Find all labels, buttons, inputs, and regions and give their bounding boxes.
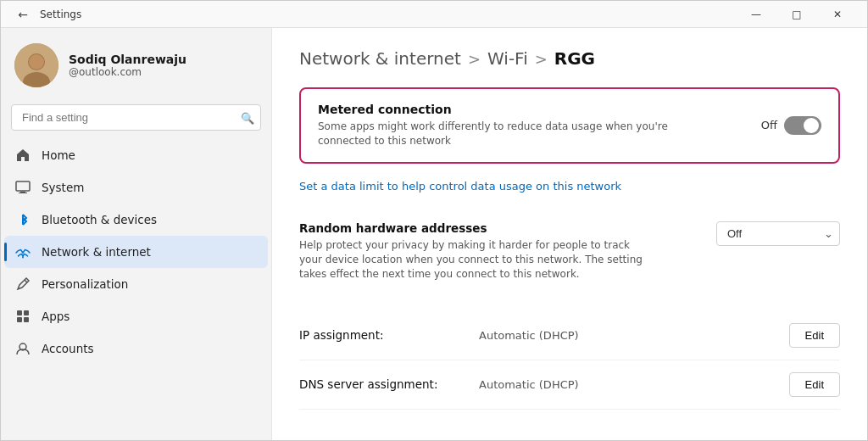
breadcrumb: Network & internet > Wi-Fi > RGG: [299, 48, 840, 69]
user-email: @outlook.com: [69, 66, 186, 78]
avatar: [14, 43, 58, 87]
svg-point-7: [22, 257, 24, 259]
sidebar: Sodiq Olanrewaju @outlook.com 🔍 Home: [1, 28, 272, 440]
main-content: Network & internet > Wi-Fi > RGG Metered…: [272, 28, 867, 440]
dns-assignment-value: Automatic (DHCP): [479, 378, 779, 391]
breadcrumb-part1: Network & internet: [299, 48, 461, 69]
metered-toggle-switch[interactable]: [784, 116, 821, 135]
sidebar-item-apps[interactable]: Apps: [4, 300, 268, 332]
dns-assignment-row: DNS server assignment: Automatic (DHCP) …: [299, 360, 840, 410]
sidebar-item-label: Personalization: [42, 277, 128, 291]
maximize-button[interactable]: □: [777, 1, 816, 28]
bluetooth-icon: [14, 211, 31, 228]
svg-rect-11: [24, 317, 29, 322]
sidebar-item-network[interactable]: Network & internet: [4, 236, 268, 268]
random-hardware-dropdown[interactable]: Off On On (daily rotation): [716, 221, 840, 246]
random-hardware-title: Random hardware addresses: [299, 221, 699, 235]
sidebar-item-accounts[interactable]: Accounts: [4, 332, 268, 365]
toggle-thumb: [804, 118, 819, 133]
user-profile: Sodiq Olanrewaju @outlook.com: [1, 28, 271, 99]
metered-toggle-area: Off: [761, 116, 821, 135]
user-name: Sodiq Olanrewaju: [69, 53, 186, 66]
breadcrumb-sep2: >: [535, 50, 548, 68]
search-icon: 🔍: [241, 111, 254, 124]
home-icon: [14, 147, 31, 164]
random-hardware-row: Random hardware addresses Help protect y…: [299, 209, 840, 294]
sidebar-item-label: Home: [42, 148, 75, 162]
system-icon: [14, 179, 31, 196]
svg-rect-6: [19, 193, 27, 193]
apps-icon: [14, 308, 31, 325]
data-limit-link[interactable]: Set a data limit to help control data us…: [299, 180, 621, 193]
content-area: Sodiq Olanrewaju @outlook.com 🔍 Home: [1, 28, 867, 440]
toggle-label: Off: [761, 119, 777, 131]
breadcrumb-current: RGG: [554, 48, 595, 69]
svg-point-3: [29, 54, 44, 70]
sidebar-item-bluetooth[interactable]: Bluetooth & devices: [4, 204, 268, 236]
nav-list: Home System Bluetooth & devices: [1, 139, 271, 365]
dns-assignment-label: DNS server assignment:: [299, 377, 469, 391]
close-button[interactable]: ✕: [818, 1, 857, 28]
random-hardware-desc: Help protect your privacy by making it h…: [299, 238, 655, 282]
window-title: Settings: [40, 8, 81, 20]
search-box: 🔍: [11, 104, 261, 131]
sidebar-item-label: Bluetooth & devices: [42, 213, 157, 226]
random-hardware-section: Random hardware addresses Help protect y…: [299, 209, 840, 294]
breadcrumb-part2: Wi-Fi: [487, 48, 528, 69]
svg-rect-10: [17, 317, 22, 322]
ip-assignment-label: IP assignment:: [299, 328, 469, 342]
search-input[interactable]: [11, 104, 261, 131]
sidebar-item-personalization[interactable]: Personalization: [4, 268, 268, 300]
ip-assignment-edit-button[interactable]: Edit: [789, 323, 840, 348]
sidebar-item-label: System: [42, 181, 84, 194]
metered-connection-card: Metered connection Some apps might work …: [299, 87, 840, 164]
settings-window: ← Settings — □ ✕: [0, 0, 868, 441]
dns-assignment-edit-button[interactable]: Edit: [789, 372, 840, 397]
window-controls: — □ ✕: [737, 1, 857, 28]
sidebar-item-label: Accounts: [42, 342, 94, 355]
sidebar-item-system[interactable]: System: [4, 171, 268, 204]
user-info: Sodiq Olanrewaju @outlook.com: [69, 53, 186, 78]
sidebar-item-home[interactable]: Home: [4, 139, 268, 171]
svg-rect-9: [24, 310, 29, 315]
svg-rect-8: [17, 310, 22, 315]
metered-desc: Some apps might work differently to redu…: [318, 120, 708, 148]
accounts-icon: [14, 340, 31, 357]
sidebar-item-label: Apps: [42, 310, 70, 323]
breadcrumb-sep1: >: [468, 50, 481, 68]
network-icon: [14, 243, 31, 260]
metered-title: Metered connection: [318, 103, 708, 116]
random-hardware-dropdown-wrap: Off On On (daily rotation): [716, 221, 840, 246]
ip-assignment-value: Automatic (DHCP): [479, 329, 779, 342]
personalization-icon: [14, 276, 31, 293]
titlebar: ← Settings — □ ✕: [1, 1, 867, 28]
svg-rect-4: [16, 181, 30, 191]
sidebar-item-label: Network & internet: [42, 245, 151, 259]
minimize-button[interactable]: —: [737, 1, 776, 28]
back-button[interactable]: ←: [11, 3, 35, 26]
ip-assignment-row: IP assignment: Automatic (DHCP) Edit: [299, 311, 840, 360]
